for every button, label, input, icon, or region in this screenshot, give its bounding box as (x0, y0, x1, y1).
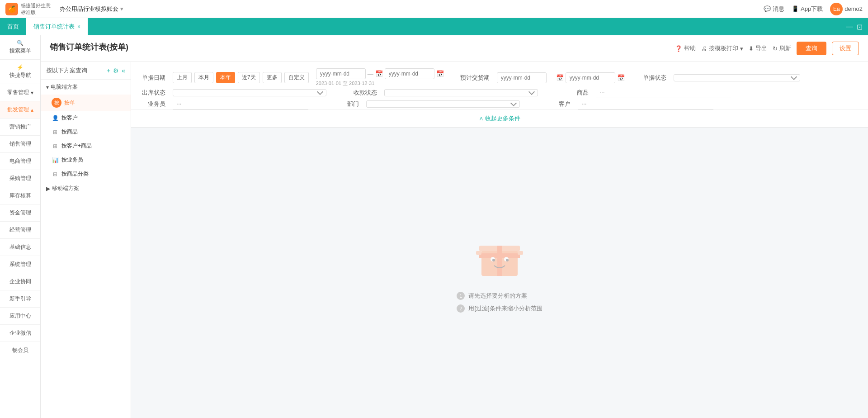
svg-point-6 (492, 259, 495, 261)
print-button[interactable]: 🖨 按模板打印 ▾ (701, 44, 743, 52)
scheme-item-by-product-category[interactable]: ⊟ 按商品分类 (41, 167, 131, 181)
predicted-date-separator: — (548, 74, 554, 81)
logo-icon: 🍊 (5, 3, 18, 15)
product-label: 商品 (563, 89, 589, 97)
sidebar-item-enterprise[interactable]: 企业协同 (0, 273, 40, 290)
results-area: 1 请先选择要分析的方案 2 用[过滤]条件来缩小分析范围 (131, 128, 868, 418)
print-icon: 🖨 (701, 45, 707, 52)
filter-date-row: 单据日期 上月 本月 本年 近7天 更多 自定义 (140, 68, 859, 87)
date-start-input[interactable] (316, 68, 366, 79)
query-button[interactable]: 查询 (797, 42, 826, 55)
sidebar-item-retail[interactable]: 零售管理 ▾ (0, 84, 40, 101)
tab-home[interactable]: 首页 (0, 18, 26, 35)
scheme-item-by-customer-product[interactable]: ⊞ 按客户+商品 (41, 139, 131, 153)
scheme-item-by-salesperson[interactable]: 📊 按业务员 (41, 153, 131, 167)
warehouse-status-select[interactable] (173, 89, 326, 96)
sidebar-item-wechat[interactable]: 企业微信 (0, 325, 40, 342)
this-year-btn[interactable]: 本年 (216, 72, 235, 83)
sidebar-item-apps[interactable]: 应用中心 (0, 308, 40, 325)
collapse-filters-button[interactable]: ∧ 收起更多条件 (131, 109, 868, 127)
customer-input-area[interactable]: ··· (578, 98, 713, 109)
predicted-date-end-input[interactable] (566, 72, 615, 83)
department-select[interactable] (366, 100, 520, 108)
custom-btn[interactable]: 自定义 (284, 72, 309, 83)
export-button[interactable]: ⬇ 导出 (749, 44, 767, 52)
sidebar-item-quick-nav[interactable]: ⚡ 快捷导航 (0, 60, 40, 84)
print-arrow-icon: ▾ (740, 45, 743, 52)
scheme-person-icon: 👤 (52, 114, 59, 122)
breadcrumb[interactable]: 办公用品行业模拟账套 ▾ (60, 5, 123, 13)
scheme-collapse-button[interactable]: « (122, 67, 125, 74)
filter-row-3-wrapper: 业务员 ··· 部门 客户 (131, 98, 868, 109)
empty-step-1: 1 请先选择要分析的方案 (457, 292, 542, 300)
scheme-item-by-order[interactable]: 按 按单 (41, 95, 131, 111)
quick-nav-icon: ⚡ (17, 64, 24, 71)
logo-text: 畅捷通好生意 标准版 (21, 2, 51, 15)
scheme-settings-button[interactable]: ⚙ (113, 67, 119, 74)
avatar: Ea (830, 3, 843, 15)
doc-status-select[interactable] (674, 74, 800, 81)
sidebar-item-sales[interactable]: 销售管理 (0, 136, 40, 153)
scheme-combo-icon: ⊞ (52, 142, 59, 150)
sidebar-item-newbie[interactable]: 新手引导 (0, 290, 40, 308)
scheme-mobile-category[interactable]: ▶ 移动端方案 (41, 181, 131, 196)
sidebar-item-marketing[interactable]: 营销推广 (0, 119, 40, 136)
right-panel: 单据日期 上月 本月 本年 近7天 更多 自定义 (131, 62, 868, 418)
content-wrapper: 按以下方案查询 + ⚙ « ▾ 电脑端方案 按 按单 (41, 62, 868, 418)
filter-container: 单据日期 上月 本月 本年 近7天 更多 自定义 (131, 62, 868, 128)
doc-status-label: 单据状态 (641, 74, 666, 82)
sidebar-item-wholesale[interactable]: 批发管理 ▴ (0, 101, 40, 119)
predicted-date-start-input[interactable] (497, 72, 547, 83)
step-2-number: 2 (457, 304, 465, 313)
last7days-btn[interactable]: 近7天 (238, 72, 260, 83)
scheme-add-button[interactable]: + (107, 67, 110, 74)
salesperson-more-icon[interactable]: ··· (176, 100, 182, 107)
date-separator: — (368, 71, 373, 77)
app-download-button[interactable]: 📱 App下载 (792, 5, 823, 13)
date-end-calendar-icon[interactable]: 📅 (436, 70, 444, 77)
sidebar-item-ecommerce[interactable]: 电商管理 (0, 153, 40, 170)
sidebar-item-system[interactable]: 系统管理 (0, 256, 40, 273)
help-button[interactable]: ❓ 帮助 (675, 44, 696, 52)
product-input-area[interactable]: ··· (596, 87, 731, 98)
date-quick-group: 上月 本月 本年 近7天 更多 自定义 (173, 72, 309, 83)
last-month-btn[interactable]: 上月 (173, 72, 192, 83)
salesperson-input-area[interactable]: ··· (173, 98, 308, 109)
sidebar-item-purchase[interactable]: 采购管理 (0, 170, 40, 187)
predicted-date-end-calendar-icon[interactable]: 📅 (617, 74, 625, 81)
sidebar-item-member[interactable]: 畅会员 (0, 342, 40, 359)
sidebar-item-inventory[interactable]: 库存核算 (0, 187, 40, 204)
more-btn[interactable]: 更多 (263, 72, 282, 83)
sidebar-item-search-menu[interactable]: 🔍 搜索菜单 (0, 35, 40, 60)
user-profile[interactable]: Ea demo2 (830, 3, 863, 15)
refresh-button[interactable]: ↻ 刷新 (773, 44, 791, 52)
date-range-wrapper: — 📅 📅 2023-01-01 至 2023-12-31 (316, 68, 444, 87)
payment-status-label: 收款状态 (352, 89, 377, 97)
date-end-input[interactable] (385, 68, 434, 79)
tab-close-icon[interactable]: × (77, 24, 80, 30)
this-month-btn[interactable]: 本月 (194, 72, 213, 83)
scheme-pc-category[interactable]: ▾ 电脑端方案 (41, 80, 131, 95)
settings-button[interactable]: 设置 (832, 42, 859, 55)
tab-sales-order-stats[interactable]: 销售订单统计表 × (26, 18, 88, 35)
sidebar-item-basic[interactable]: 基础信息 (0, 239, 40, 256)
message-button[interactable]: 💬 消息 (764, 5, 784, 13)
department-chevron-icon (510, 100, 517, 106)
filter-row-2-wrapper: 出库状态 收款状态 商品 (131, 87, 868, 98)
sidebar-item-finance[interactable]: 资金管理 (0, 204, 40, 222)
product-more-icon[interactable]: ··· (599, 89, 605, 96)
tab-minimize-icon[interactable]: — (846, 23, 853, 31)
tab-maximize-icon[interactable]: ⊡ (857, 23, 863, 31)
payment-status-select[interactable] (384, 89, 538, 96)
date-range-hint: 2023-01-01 至 2023-12-31 (316, 80, 444, 87)
date-calendar-icon[interactable]: 📅 (375, 70, 383, 77)
doc-status-chevron-icon (791, 73, 797, 80)
predicted-date-calendar-icon[interactable]: 📅 (556, 74, 564, 81)
scheme-item-by-product[interactable]: ⊞ 按商品 (41, 125, 131, 139)
sidebar-item-operation[interactable]: 经营管理 (0, 222, 40, 239)
scheme-actions: + ⚙ « (107, 67, 125, 74)
customer-more-icon[interactable]: ··· (581, 100, 587, 107)
filter-row-1: 单据日期 上月 本月 本年 近7天 更多 自定义 (131, 62, 868, 87)
scheme-item-by-customer[interactable]: 👤 按客户 (41, 111, 131, 125)
scheme-active-icon: 按 (52, 98, 61, 108)
